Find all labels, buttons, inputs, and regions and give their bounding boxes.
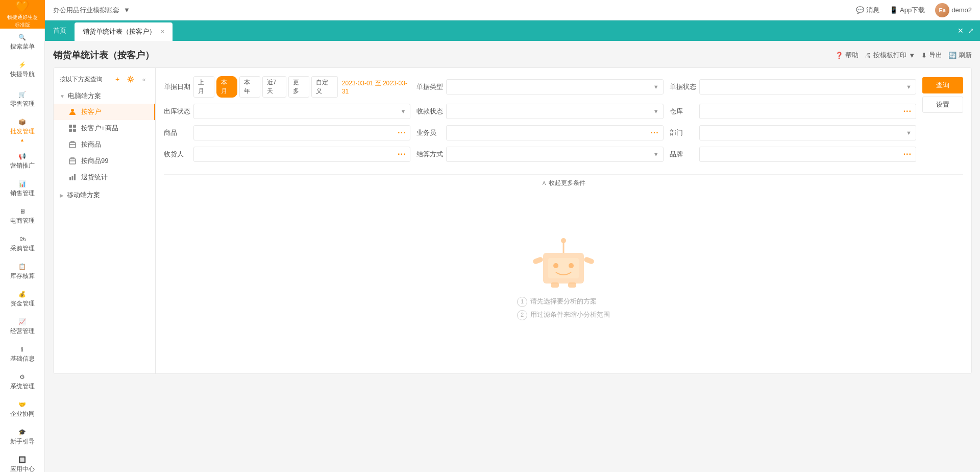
date-btn-last-month[interactable]: 上月 xyxy=(193,76,214,98)
tab-actions: ✕ ⤢ xyxy=(958,27,980,35)
receipt-status-select[interactable]: ▼ xyxy=(446,104,663,119)
warehouse-input[interactable]: ··· xyxy=(699,104,916,119)
consignee-ellipsis: ··· xyxy=(398,150,406,159)
sidebar-item-enterprise[interactable]: 🤝 企业协同 xyxy=(0,396,44,423)
scheme-group-pc-header[interactable]: ▼ 电脑端方案 xyxy=(54,88,155,104)
newbie-icon: 🎓 xyxy=(18,429,26,436)
sidebar: 🧡 畅捷通好生意 标准版 🔍 搜索菜单 ⚡ 快捷导航 🛒 零售管理 📦 批发管理… xyxy=(0,0,45,472)
query-button[interactable]: 查询 xyxy=(922,77,963,93)
scheme-group-mobile-header[interactable]: ▶ 移动端方案 xyxy=(54,187,155,203)
tab-active-label: 销货单统计表（按客户） xyxy=(83,27,156,36)
sidebar-item-retail[interactable]: 🛒 零售管理 xyxy=(0,86,44,113)
logo-sub: 标准版 xyxy=(15,21,30,29)
tab-close-icon[interactable]: × xyxy=(161,28,164,35)
user-avatar-btn[interactable]: Ea demo2 xyxy=(935,3,972,17)
empty-step-1: 请先选择要分析的方案 xyxy=(517,295,610,308)
scheme-item-customer-goods[interactable]: 按客户+商品 xyxy=(54,120,155,136)
doc-type-select[interactable]: ▼ xyxy=(446,79,663,95)
sidebar-item-purchase[interactable]: 🛍 采购管理 xyxy=(0,230,44,258)
settlement-select[interactable]: ▼ xyxy=(446,147,663,162)
sidebar-label-finance: 资金管理 xyxy=(10,299,35,308)
empty-state: 请先选择要分析的方案 用过滤条件来缩小分析范围 xyxy=(164,192,963,362)
scheme-item-return[interactable]: 退货统计 xyxy=(54,169,155,185)
scheme-item-by-customer[interactable]: 按客户 xyxy=(54,104,155,120)
collapse-bar[interactable]: ∧ 收起更多条件 xyxy=(164,174,963,192)
settings-button[interactable]: 设置 xyxy=(922,97,963,113)
sidebar-item-wholesale[interactable]: 📦 批发管理 ▲ xyxy=(0,113,44,148)
sidebar-item-system[interactable]: ⚙ 系统管理 xyxy=(0,368,44,396)
filter-row-3: 商品 ··· 业务员 ··· xyxy=(164,125,916,140)
salesman-input[interactable]: ··· xyxy=(446,125,663,140)
svg-point-14 xyxy=(569,263,574,268)
tab-sales-stats[interactable]: 销货单统计表（按客户） × xyxy=(75,22,173,41)
svg-rect-8 xyxy=(69,177,71,180)
export-btn[interactable]: ⬇ 导出 xyxy=(921,51,942,60)
sidebar-item-inventory[interactable]: 📋 库存核算 xyxy=(0,258,44,286)
warehouse-ellipsis: ··· xyxy=(903,107,912,116)
scheme-item-goods99[interactable]: 按商品99 xyxy=(54,153,155,169)
date-btn-7days[interactable]: 近7天 xyxy=(262,76,286,98)
receipt-status-arrow: ▼ xyxy=(653,108,659,114)
purchase-icon: 🛍 xyxy=(19,235,26,243)
sidebar-item-quicknav[interactable]: ⚡ 快捷导航 xyxy=(0,56,44,84)
app-download-btn[interactable]: 📱 App下载 xyxy=(890,6,925,15)
sidebar-item-operations[interactable]: 📈 经营管理 xyxy=(0,313,44,341)
dept-arrow: ▼ xyxy=(906,130,912,136)
topbar-left: 办公用品行业模拟账套 ▼ xyxy=(53,6,130,15)
doc-status-select[interactable]: ▼ xyxy=(699,79,916,95)
goods-input[interactable]: ··· xyxy=(193,125,410,140)
help-btn[interactable]: ❓ 帮助 xyxy=(835,51,859,60)
filter-receipt-status: 收款状态 ▼ xyxy=(416,104,663,119)
message-btn[interactable]: 💬 消息 xyxy=(856,6,879,15)
topbar: 办公用品行业模拟账套 ▼ 💬 消息 📱 App下载 Ea demo2 xyxy=(45,0,980,20)
sidebar-item-finance[interactable]: 💰 资金管理 xyxy=(0,286,44,313)
collapse-scheme-btn[interactable]: « xyxy=(139,74,149,84)
svg-point-1 xyxy=(71,109,74,112)
maximize-window-icon[interactable]: ⤢ xyxy=(968,27,974,35)
brand-input[interactable]: ··· xyxy=(699,147,916,162)
empty-illustration xyxy=(528,232,599,289)
settings-icon xyxy=(127,76,134,83)
scheme-item-goods[interactable]: 按商品 xyxy=(54,136,155,153)
out-status-select[interactable]: ▼ xyxy=(193,104,410,119)
scheme-group-pc-label: 电脑端方案 xyxy=(68,91,101,101)
close-window-icon[interactable]: ✕ xyxy=(958,27,964,35)
print-btn[interactable]: 🖨 按模板打印 ▼ xyxy=(865,51,915,60)
settings-scheme-btn[interactable] xyxy=(126,74,136,84)
sidebar-label-purchase: 采购管理 xyxy=(10,244,35,253)
sidebar-item-base-info[interactable]: ℹ 基础信息 xyxy=(0,341,44,368)
sidebar-item-appcenter[interactable]: 🔲 应用中心 xyxy=(0,451,44,472)
date-btn-more[interactable]: 更多 xyxy=(288,76,309,98)
svg-point-18 xyxy=(561,238,566,243)
add-scheme-btn[interactable]: + xyxy=(112,74,122,84)
filter-date: 单据日期 上月 本月 本年 近7天 更多 自定义 2023-03-01 至 20… xyxy=(164,76,410,98)
date-btn-this-year[interactable]: 本年 xyxy=(239,76,260,98)
sidebar-item-search[interactable]: 🔍 搜索菜单 xyxy=(0,29,44,56)
out-status-arrow: ▼ xyxy=(400,108,406,114)
svg-rect-3 xyxy=(73,125,76,128)
sidebar-item-marketing[interactable]: 📢 营销推广 xyxy=(0,148,44,175)
page-actions: ❓ 帮助 🖨 按模板打印 ▼ ⬇ 导出 🔄 刷新 xyxy=(835,51,972,60)
sidebar-item-ecommerce[interactable]: 🖥 电商管理 xyxy=(0,203,44,230)
salesman-label: 业务员 xyxy=(416,128,442,137)
print-icon: 🖨 xyxy=(865,52,871,59)
consignee-input[interactable]: ··· xyxy=(193,147,410,162)
consignee-label: 收货人 xyxy=(164,150,189,159)
sidebar-item-newbie[interactable]: 🎓 新手引导 xyxy=(0,423,44,451)
filter-row-1: 单据日期 上月 本月 本年 近7天 更多 自定义 2023-03-01 至 20… xyxy=(164,76,916,98)
refresh-btn[interactable]: 🔄 刷新 xyxy=(948,51,972,60)
industry-dropdown-icon[interactable]: ▼ xyxy=(124,6,130,14)
scheme-item-return-label: 退货统计 xyxy=(81,173,108,182)
sidebar-item-sales[interactable]: 📊 销售管理 xyxy=(0,175,44,203)
tabbar: 首页 销货单统计表（按客户） × ✕ ⤢ xyxy=(45,20,980,41)
app-logo: 🧡 畅捷通好生意 标准版 xyxy=(0,0,45,29)
sidebar-label-marketing: 营销推广 xyxy=(10,161,35,170)
tab-home[interactable]: 首页 xyxy=(45,20,75,41)
date-btn-custom[interactable]: 自定义 xyxy=(311,76,338,98)
dept-select[interactable]: ▼ xyxy=(699,125,916,140)
split-layout: 按以下方案查询 + « xyxy=(53,67,972,374)
date-btn-this-month[interactable]: 本月 xyxy=(216,76,237,98)
svg-point-0 xyxy=(130,78,132,81)
operations-icon: 📈 xyxy=(18,318,26,325)
empty-step-2: 用过滤条件来缩小分析范围 xyxy=(517,308,610,321)
